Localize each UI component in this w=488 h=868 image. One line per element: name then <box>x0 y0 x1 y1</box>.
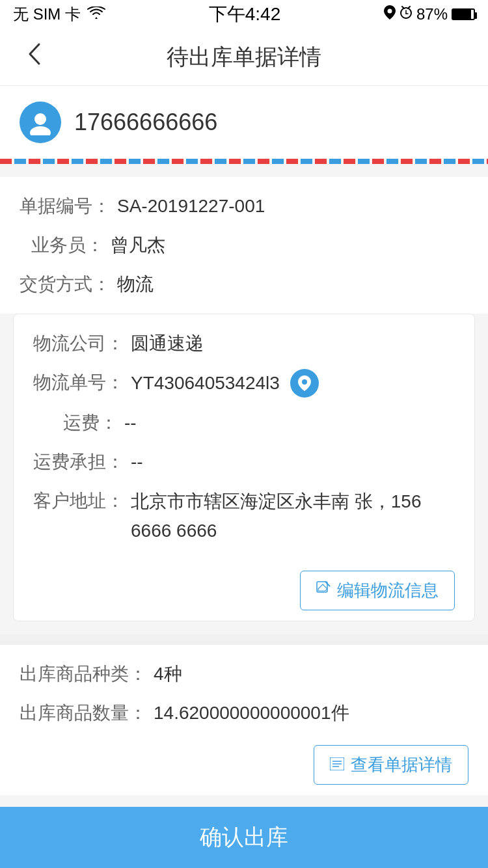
svg-point-0 <box>387 9 392 14</box>
status-time: 下午4:42 <box>209 2 281 27</box>
avatar <box>20 102 61 143</box>
svg-point-6 <box>34 113 46 125</box>
wifi-icon <box>87 5 105 23</box>
sim-label: 无 SIM 卡 <box>13 4 81 25</box>
document-id-label: 单据编号： <box>20 193 117 220</box>
svg-line-5 <box>408 7 410 8</box>
salesman-row: 业务员： 曾凡杰 <box>20 232 468 259</box>
document-info-card: 单据编号： SA-20191227-001 业务员： 曾凡杰 交货方式： 物流 <box>0 177 488 314</box>
logistics-company-value: 圆通速递 <box>131 330 455 357</box>
goods-types-row: 出库商品种类： 4种 <box>20 660 468 688</box>
logistics-tracking-row: 物流单号： YT43064053424l3 <box>33 369 455 398</box>
goods-section: 出库商品种类： 4种 出库商品数量： 14.620000000000001件 查… <box>0 645 488 795</box>
freight-bearer-value: -- <box>131 448 455 476</box>
goods-quantity-value: 14.620000000000001件 <box>154 699 468 727</box>
view-detail-btn-row: 查看单据详情 <box>20 739 468 785</box>
logistics-tracking-value: YT43064053424l3 <box>131 369 455 398</box>
edit-logistics-btn-row: 编辑物流信息 <box>33 558 455 610</box>
freight-bearer-label: 运费承担： <box>33 448 131 476</box>
edit-logistics-label: 编辑物流信息 <box>337 579 439 602</box>
view-detail-label: 查看单据详情 <box>351 753 452 776</box>
document-id-row: 单据编号： SA-20191227-001 <box>20 193 468 220</box>
svg-line-4 <box>402 7 404 8</box>
status-left: 无 SIM 卡 <box>13 4 105 25</box>
goods-types-value: 4种 <box>154 660 468 688</box>
battery-percent: 87% <box>416 5 448 23</box>
goods-types-label: 出库商品种类： <box>20 660 154 688</box>
delivery-label: 交货方式： <box>20 271 117 298</box>
status-right: 87% <box>384 5 475 23</box>
edit-icon <box>316 581 331 599</box>
logistics-company-row: 物流公司： 圆通速递 <box>33 330 455 357</box>
freight-row: 运费： -- <box>33 409 455 437</box>
detail-icon <box>330 755 344 775</box>
goods-quantity-row: 出库商品数量： 14.620000000000001件 <box>20 699 468 727</box>
freight-value: -- <box>124 409 455 437</box>
battery-icon <box>452 8 475 20</box>
page-title: 待出库单据详情 <box>167 42 321 72</box>
confirm-button[interactable]: 确认出库 <box>200 822 288 852</box>
section-separator <box>0 634 488 645</box>
document-id-value: SA-20191227-001 <box>117 193 468 220</box>
logistics-card: 物流公司： 圆通速递 物流单号： YT43064053424l3 运费： -- … <box>13 314 475 621</box>
user-section: 17666666666 <box>0 86 488 159</box>
svg-point-8 <box>302 379 307 385</box>
confirm-button-area: 确认出库 <box>0 807 488 868</box>
tracking-location-icon[interactable] <box>290 369 319 398</box>
freight-label: 运费： <box>33 409 124 437</box>
alarm-icon <box>400 5 413 23</box>
user-phone: 17666666666 <box>74 109 217 136</box>
status-bar: 无 SIM 卡 下午4:42 87 <box>0 0 488 29</box>
location-icon <box>384 5 396 23</box>
salesman-label: 业务员： <box>20 232 111 259</box>
view-detail-button[interactable]: 查看单据详情 <box>314 745 468 785</box>
logistics-company-label: 物流公司： <box>33 330 131 357</box>
dashed-separator <box>0 159 488 164</box>
freight-bearer-row: 运费承担： -- <box>33 448 455 476</box>
address-label: 客户地址： <box>33 487 131 515</box>
logistics-tracking-label: 物流单号： <box>33 369 131 396</box>
address-value: 北京市市辖区海淀区永丰南 张，156 6666 6666 <box>131 487 455 546</box>
delivery-value: 物流 <box>117 271 468 298</box>
back-button[interactable] <box>20 34 48 79</box>
delivery-row: 交货方式： 物流 <box>20 271 468 298</box>
goods-quantity-label: 出库商品数量： <box>20 699 154 727</box>
svg-point-7 <box>30 126 51 135</box>
edit-logistics-button[interactable]: 编辑物流信息 <box>300 571 455 610</box>
nav-bar: 待出库单据详情 <box>0 29 488 86</box>
address-row: 客户地址： 北京市市辖区海淀区永丰南 张，156 6666 6666 <box>33 487 455 546</box>
salesman-value: 曾凡杰 <box>111 232 468 259</box>
